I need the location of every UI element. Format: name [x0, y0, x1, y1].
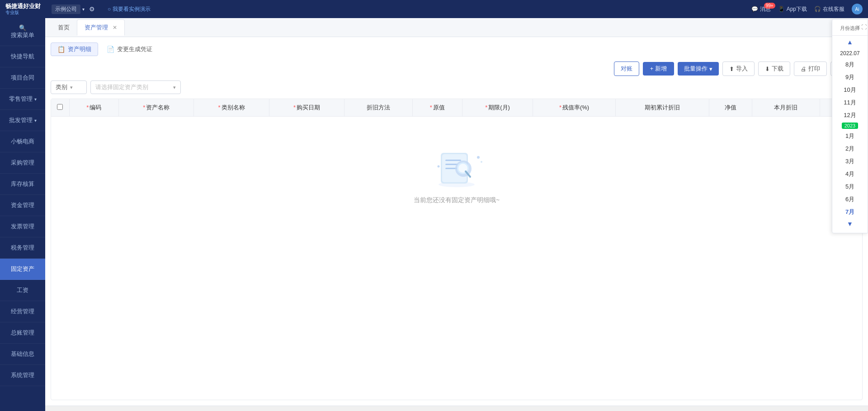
sidebar-label-salary: 工资: [4, 286, 42, 294]
download-button[interactable]: ⬇ 下载: [758, 61, 790, 76]
col-purchase-date: *购买日期: [269, 99, 344, 117]
empty-illustration: [429, 144, 484, 189]
sidebar-item-fixed-assets[interactable]: 固定资产: [0, 259, 45, 280]
asset-detail-icon: 📋: [57, 46, 65, 53]
app-branding: 畅捷通好业财 专业版: [5, 3, 41, 15]
reconcile-button[interactable]: 对账: [614, 61, 639, 76]
sidebar-item-base-info[interactable]: 基础信息: [0, 344, 45, 365]
messages-button[interactable]: 💬 消息 99+: [751, 5, 771, 13]
select-all-checkbox[interactable]: [57, 104, 63, 110]
month-7[interactable]: 7月: [832, 206, 868, 218]
tab-asset-management[interactable]: 资产管理 ✕: [77, 19, 125, 36]
panel-close-icon[interactable]: ✕: [856, 24, 860, 30]
category-placeholder: 请选择固定资产类别: [95, 83, 148, 91]
category-select[interactable]: 类别 ▾: [51, 80, 87, 94]
col-category: *类别名称: [194, 99, 269, 117]
month-1[interactable]: 1月: [832, 130, 868, 142]
month-8[interactable]: 8月: [832, 58, 868, 71]
sidebar-item-project[interactable]: 项目合同: [0, 67, 45, 89]
sidebar-item-wholesale[interactable]: 批发管理 ▾: [0, 110, 45, 131]
month-panel-up-btn[interactable]: ▲: [843, 38, 857, 47]
sidebar-item-tax[interactable]: 税务管理: [0, 237, 45, 259]
month-12[interactable]: 12月: [832, 109, 868, 122]
bottom-scrollbar[interactable]: [45, 406, 868, 411]
asset-table: *编码 *资产名称 *类别名称 *购买日期 折旧方法 *原值 *期限(月) *残…: [51, 99, 862, 231]
sidebar-item-quick-nav[interactable]: 快捷导航: [0, 46, 45, 67]
batch-ops-button[interactable]: 批量操作 ▾: [678, 62, 719, 76]
tab-asset-label: 资产管理: [85, 24, 108, 31]
import-button[interactable]: ⬆ 导入: [722, 61, 755, 76]
panel-expand-icon[interactable]: ⛶: [861, 24, 867, 30]
col-period: *期限(月): [462, 99, 533, 117]
sidebar-item-salary[interactable]: 工资: [0, 280, 45, 301]
month-panel-nav: ▲: [832, 38, 868, 47]
table-header-row: *编码 *资产名称 *类别名称 *购买日期 折旧方法 *原值 *期限(月) *残…: [51, 99, 862, 117]
headset-icon: 🎧: [814, 6, 821, 12]
svg-rect-4: [445, 164, 458, 165]
sidebar-item-ledger[interactable]: 总账管理: [0, 322, 45, 344]
month-11[interactable]: 11月: [832, 96, 868, 109]
month-3[interactable]: 3月: [832, 155, 868, 168]
month-5[interactable]: 5月: [832, 180, 868, 193]
col-net-value: 净值: [709, 99, 752, 117]
phone-icon: 📱: [778, 6, 785, 12]
batch-ops-label: 批量操作: [684, 65, 708, 73]
sub-tab-change-voucher-label: 变更生成凭证: [117, 45, 152, 53]
sidebar-label-purchase: 采购管理: [4, 159, 42, 167]
sub-tab-change-voucher[interactable]: 📄 变更生成凭证: [100, 43, 159, 56]
empty-state-cell: 当前您还没有固定资产明细哦~: [51, 117, 862, 232]
customer-service-button[interactable]: 🎧 在线客服: [814, 5, 844, 13]
category-input[interactable]: 请选择固定资产类别 ▾: [90, 80, 181, 94]
sidebar-item-inventory[interactable]: 库存核算: [0, 174, 45, 195]
month-2022-07[interactable]: 2022.07: [832, 48, 868, 58]
sub-tab-asset-detail[interactable]: 📋 资产明细: [51, 43, 98, 56]
sidebar-item-ecommerce[interactable]: 小畅电商: [0, 131, 45, 152]
sidebar-label-project: 项目合同: [4, 74, 42, 82]
download-label: 下载: [772, 65, 783, 73]
toolbar-right: 对账 + 新增 批量操作 ▾ ⬆ 导入 ⬇ 下载 🖨: [614, 61, 863, 76]
month-2[interactable]: 2月: [832, 142, 868, 155]
sidebar-label-retail: 零售管理: [9, 95, 33, 103]
user-avatar[interactable]: Ai: [852, 4, 863, 14]
app-edition: 专业版: [5, 10, 41, 15]
sidebar-item-operation[interactable]: 经营管理: [0, 301, 45, 322]
tab-home-label: 首页: [58, 24, 70, 31]
tab-home[interactable]: 首页: [51, 20, 77, 35]
avatar-text: Ai: [855, 7, 859, 12]
tab-close-icon[interactable]: ✕: [113, 24, 117, 31]
sidebar-label-fixed-assets: 固定资产: [4, 265, 42, 273]
col-accumulated-depreciation: 期初累计折旧: [615, 99, 709, 117]
sidebar-item-invoice[interactable]: 发票管理: [0, 216, 45, 237]
month-10[interactable]: 10月: [832, 84, 868, 96]
add-button[interactable]: + 新增: [643, 62, 674, 76]
sidebar-item-search[interactable]: 🔍 搜索菜单: [0, 18, 45, 46]
year-2023-marker: 2023: [832, 122, 868, 130]
message-icon: 💬: [751, 6, 758, 12]
year-marker-label: 2023: [842, 123, 858, 129]
print-icon: 🖨: [801, 66, 807, 72]
month-panel-down-btn[interactable]: ▼: [847, 220, 853, 227]
app-download-button[interactable]: 📱 App下载: [778, 5, 807, 13]
print-button[interactable]: 🖨 打印: [794, 61, 827, 76]
month-4[interactable]: 4月: [832, 168, 868, 180]
demo-link[interactable]: ○ 我要看实例演示: [108, 5, 151, 13]
sidebar-item-purchase[interactable]: 采购管理: [0, 152, 45, 174]
company-dropdown-arrow[interactable]: ▾: [82, 7, 85, 12]
batch-ops-arrow: ▾: [709, 66, 712, 72]
print-label: 打印: [808, 65, 820, 73]
sidebar-item-retail[interactable]: 零售管理 ▾: [0, 89, 45, 110]
company-selector[interactable]: 示例公司 ▾ ⚙: [52, 5, 95, 14]
settings-icon[interactable]: ⚙: [89, 5, 95, 13]
month-panel-down-nav: ▼: [832, 218, 868, 229]
sidebar-item-system[interactable]: 系统管理: [0, 365, 45, 386]
import-icon: ⬆: [729, 66, 734, 72]
demo-icon: ○: [108, 6, 111, 12]
month-9[interactable]: 9月: [832, 71, 868, 84]
import-label: 导入: [736, 65, 748, 73]
sidebar-item-fund[interactable]: 资金管理: [0, 195, 45, 216]
search-icon: 🔍: [19, 24, 26, 31]
page-content: 📋 资产明细 📄 变更生成凭证 对账 + 新增 批量操作: [45, 37, 868, 406]
sidebar-label-base-info: 基础信息: [4, 350, 42, 358]
month-6[interactable]: 6月: [832, 193, 868, 206]
svg-point-10: [477, 156, 480, 159]
